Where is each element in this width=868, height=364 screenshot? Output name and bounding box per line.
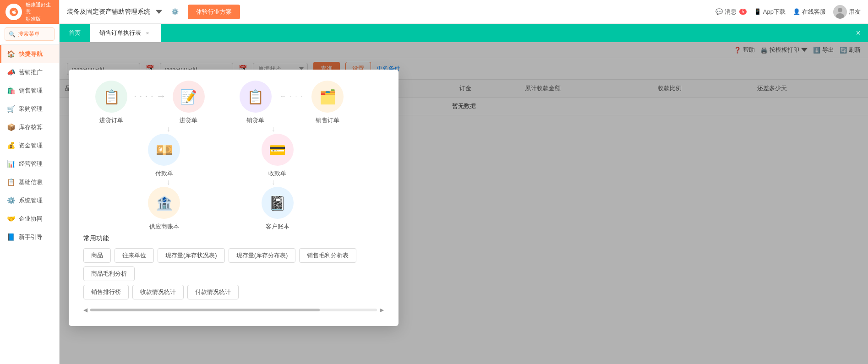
purchase-bill-label: 进货单 xyxy=(180,116,197,125)
sidebar-item-enterprise[interactable]: 🤝 企业协同 xyxy=(0,210,59,228)
func-btn-sales-margin[interactable]: 销售毛利分析表 xyxy=(299,248,356,263)
inventory-icon: 📦 xyxy=(7,123,15,131)
sales-bill-circle: 📋 xyxy=(240,81,272,113)
customer-ledger-node: 📓 客户账本 xyxy=(262,187,294,231)
modal-body: 📋 进货订单 · · · · → 📝 xyxy=(69,70,399,326)
sidebar-item-finance[interactable]: 💰 资金管理 xyxy=(0,136,59,155)
cta-button[interactable]: 体验行业方案 xyxy=(188,5,240,19)
sidebar-item-newbie[interactable]: 📘 新手引导 xyxy=(0,228,59,246)
message-label: 消息 xyxy=(725,8,737,16)
sidebar-item-enterprise-label: 企业协同 xyxy=(19,215,43,223)
avatar xyxy=(833,5,847,19)
sales-icon: 🛍️ xyxy=(7,87,15,95)
sidebar-item-purchase[interactable]: 🛒 采购管理 xyxy=(0,100,59,118)
payment-circle: 💴 xyxy=(148,134,180,166)
sales-order-circle: 🗂️ xyxy=(311,81,344,113)
function-btns-row1: 商品 往来单位 现存量(库存状况表) 现存量(库存分布表) 销售毛利分析表 商品… xyxy=(83,248,384,281)
purchase-icon: 🛒 xyxy=(7,105,15,113)
sales-bill-label: 销货单 xyxy=(246,116,264,125)
tab-home[interactable]: 首页 xyxy=(60,24,90,42)
common-functions-title: 常用功能 xyxy=(83,234,384,243)
system-dropdown[interactable] xyxy=(156,9,162,15)
message-badge: 5 xyxy=(739,9,747,15)
func-btn-inventory-status[interactable]: 现存量(库存状况表) xyxy=(158,248,225,263)
content-area: ❓ 帮助 🖨️ 按模板打印 ⬇️ 导出 🔄 刷新 xyxy=(60,42,868,364)
scroll-left-icon[interactable]: ◀ xyxy=(83,307,87,313)
main-area: 装备及固定资产辅助管理系统 ⚙️ 体验行业方案 💬 消息 5 📱 App下载 👤 xyxy=(60,0,868,364)
sidebar: 畅 畅康通好生意 标准版 🔍 搜索菜单 🏠 快捷导航 📣 营销推广 xyxy=(0,0,60,364)
sidebar-item-basic[interactable]: 📋 基础信息 xyxy=(0,173,59,191)
sidebar-item-inventory[interactable]: 📦 库存核算 xyxy=(0,118,59,136)
sidebar-item-marketing-label: 营销推广 xyxy=(19,68,43,76)
tab-close-icon[interactable]: × xyxy=(144,29,151,37)
user-area[interactable]: 用友 xyxy=(833,5,861,19)
system-title: 装备及固定资产辅助管理系统 xyxy=(67,8,150,16)
sidebar-item-basic-label: 基础信息 xyxy=(19,178,43,186)
customer-ledger-label: 客户账本 xyxy=(266,223,289,231)
payment-node: 💴 付款单 xyxy=(148,134,180,178)
search-menu-button[interactable]: 🔍 搜索菜单 xyxy=(5,27,55,41)
sidebar-item-finance-label: 资金管理 xyxy=(19,141,43,150)
sidebar-item-system[interactable]: ⚙️ 系统管理 xyxy=(0,191,59,210)
supplier-ledger-circle: 🏦 xyxy=(148,187,180,219)
sidebar-item-newbie-label: 新手引导 xyxy=(19,233,43,241)
tab-home-label: 首页 xyxy=(69,29,81,37)
settings-icon[interactable]: ⚙️ xyxy=(168,5,182,19)
message-icon: 💬 xyxy=(715,8,723,15)
sales-order-node: 🗂️ 销售订单 xyxy=(311,81,344,125)
message-button[interactable]: 💬 消息 5 xyxy=(715,8,747,16)
logo-text: 畅康通好生意 标准版 xyxy=(26,1,54,22)
sidebar-item-inventory-label: 库存核算 xyxy=(19,123,43,131)
online-service-button[interactable]: 👤 在线客服 xyxy=(793,8,826,16)
tabbar-close-button[interactable]: × xyxy=(848,24,868,42)
sidebar-item-operation-label: 经营管理 xyxy=(19,160,43,168)
search-icon: 🔍 xyxy=(9,31,16,38)
purchase-order-label: 进货订单 xyxy=(99,116,123,125)
svg-point-4 xyxy=(836,13,844,19)
scroll-right-icon[interactable]: ▶ xyxy=(380,307,384,313)
app-download-label: App下载 xyxy=(763,8,786,16)
supplier-ledger-label: 供应商账本 xyxy=(149,223,179,231)
purchase-order-circle: 📋 xyxy=(95,81,127,113)
online-service-label: 在线客服 xyxy=(802,8,826,16)
sidebar-item-system-label: 系统管理 xyxy=(19,196,43,205)
tab-sales-label: 销售订单执行表 xyxy=(99,29,141,37)
purchase-bill-node: 📝 进货单 xyxy=(173,81,205,125)
sidebar-item-sales-label: 销售管理 xyxy=(19,87,43,95)
sidebar-item-operation[interactable]: 📊 经营管理 xyxy=(0,155,59,173)
sidebar-nav: 🏠 快捷导航 📣 营销推广 🛍️ 销售管理 🛒 采购管理 📦 库存核算 💰 xyxy=(0,45,59,364)
finance-icon: 💰 xyxy=(7,141,15,150)
search-menu-label: 搜索菜单 xyxy=(18,30,40,38)
receipt-label: 收款单 xyxy=(268,169,286,178)
topbar-right: 💬 消息 5 📱 App下载 👤 在线客服 用友 xyxy=(715,5,861,19)
func-btn-receipt-stats[interactable]: 收款情况统计 xyxy=(132,285,184,299)
sidebar-item-sales[interactable]: 🛍️ 销售管理 xyxy=(0,81,59,100)
sidebar-item-marketing[interactable]: 📣 营销推广 xyxy=(0,63,59,81)
func-btn-goods-margin[interactable]: 商品毛利分析 xyxy=(83,266,135,281)
func-btn-units[interactable]: 往来单位 xyxy=(115,248,154,263)
func-btn-sales-rank[interactable]: 销售排行榜 xyxy=(83,285,129,299)
sidebar-item-purchase-label: 采购管理 xyxy=(19,105,43,113)
logo-icon: 畅 xyxy=(5,4,22,20)
purchase-bill-circle: 📝 xyxy=(173,81,205,113)
scrollbar-thumb xyxy=(90,309,320,311)
tab-sales-execution[interactable]: 销售订单执行表 × xyxy=(90,24,161,42)
basic-icon: 📋 xyxy=(7,178,15,186)
customer-ledger-circle: 📓 xyxy=(262,187,294,219)
tabbar: 首页 销售订单执行表 × × xyxy=(60,24,868,42)
download-icon: 📱 xyxy=(754,8,761,15)
sidebar-item-quick[interactable]: 🏠 快捷导航 xyxy=(0,45,59,63)
func-btn-payment-stats[interactable]: 付款情况统计 xyxy=(187,285,239,299)
sidebar-search[interactable]: 🔍 搜索菜单 xyxy=(0,24,59,45)
svg-text:畅: 畅 xyxy=(12,10,16,15)
topbar: 装备及固定资产辅助管理系统 ⚙️ 体验行业方案 💬 消息 5 📱 App下载 👤 xyxy=(60,0,868,24)
func-btn-goods[interactable]: 商品 xyxy=(83,248,111,263)
receipt-circle: 💳 xyxy=(262,134,294,166)
purchase-order-node: 📋 进货订单 xyxy=(95,81,127,125)
dashed-arrow: ← · · · xyxy=(280,92,303,100)
func-btn-inventory-dist[interactable]: 现存量(库存分布表) xyxy=(229,248,296,263)
app-download-button[interactable]: 📱 App下载 xyxy=(754,8,786,16)
flow-modal: 📋 进货订单 · · · · → 📝 xyxy=(69,70,399,326)
sidebar-item-quick-label: 快捷导航 xyxy=(19,50,43,58)
arrow-purchase: · · · · → xyxy=(134,90,166,102)
